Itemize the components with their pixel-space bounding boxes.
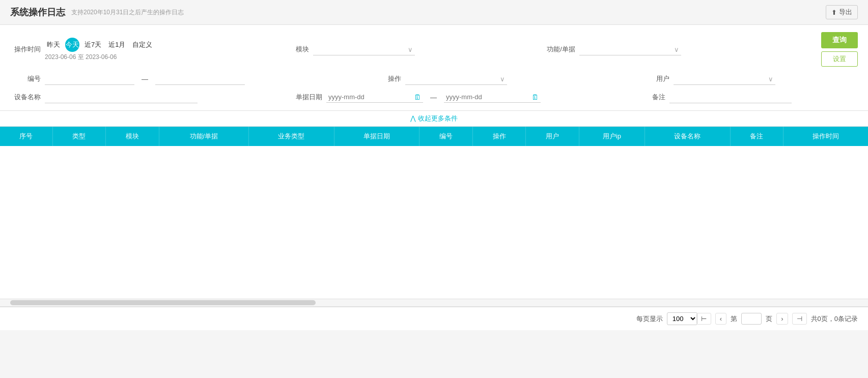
date-end-input[interactable] bbox=[446, 93, 531, 101]
func-label: 功能/单据 bbox=[545, 45, 575, 54]
next-page-button[interactable]: › bbox=[776, 313, 788, 325]
query-button[interactable]: 查询 bbox=[821, 32, 858, 48]
time-btn-yesterday[interactable]: 昨天 bbox=[45, 39, 62, 50]
module-select[interactable] bbox=[313, 43, 415, 55]
remark-filter-group: 备注 bbox=[635, 91, 792, 103]
filter-row-2: 编号 — 操作 ∨ 用户 ∨ bbox=[10, 73, 858, 85]
prev-page-button[interactable]: ‹ bbox=[715, 313, 726, 325]
export-icon: ⬆ bbox=[831, 9, 837, 16]
date-start-wrapper: 🗓 bbox=[326, 92, 423, 103]
date-separator: — bbox=[427, 94, 440, 101]
col-module: 模块 bbox=[106, 127, 159, 146]
calendar-start-icon[interactable]: 🗓 bbox=[414, 93, 421, 101]
empty-data-area bbox=[0, 146, 868, 299]
col-doc-date: 单据日期 bbox=[334, 127, 419, 146]
page-header: 系统操作日志 支持2020年10月31日之后产生的操作日志 ⬆ 导出 bbox=[0, 0, 868, 25]
user-label: 用户 bbox=[639, 74, 669, 83]
time-filter-group: 操作时间 昨天 今天 近7天 近1月 自定义 2023-06-06 至 2023… bbox=[10, 38, 154, 62]
table-container: 序号 类型 模块 功能/单据 业务类型 单据日期 编号 操作 用户 用户ip 设… bbox=[0, 127, 868, 299]
page-title: 系统操作日志 bbox=[10, 6, 65, 18]
export-button[interactable]: ⬆ 导出 bbox=[826, 5, 858, 19]
settings-button[interactable]: 设置 bbox=[821, 51, 858, 67]
scrollbar-area[interactable] bbox=[0, 299, 868, 307]
time-btn-today[interactable]: 今天 bbox=[65, 38, 79, 52]
operation-filter-group: 操作 ∨ bbox=[371, 73, 513, 85]
per-page-select[interactable]: 100 50 200 500 bbox=[667, 312, 697, 325]
col-code: 编号 bbox=[419, 127, 472, 146]
current-page-input[interactable]: 1 bbox=[741, 313, 762, 325]
operation-label: 操作 bbox=[371, 74, 401, 83]
doc-date-label: 单据日期 bbox=[292, 93, 322, 102]
user-select[interactable] bbox=[674, 73, 775, 84]
collapse-label: 收起更多条件 bbox=[418, 114, 458, 122]
col-user: 用户 bbox=[526, 127, 579, 146]
col-operation: 操作 bbox=[472, 127, 525, 146]
calendar-end-icon[interactable]: 🗓 bbox=[531, 93, 539, 101]
action-buttons: 查询 设置 bbox=[821, 32, 858, 67]
user-select-wrapper: ∨ bbox=[674, 73, 775, 85]
pagination-bar: 每页显示 100 50 200 500 ⊢ ‹ 第 1 页 › ⊣ 共0页，0条… bbox=[0, 307, 868, 330]
time-label: 操作时间 bbox=[10, 45, 41, 54]
col-remark: 备注 bbox=[730, 127, 783, 146]
device-filter-group: 设备名称 bbox=[10, 91, 198, 103]
col-user-ip: 用户ip bbox=[579, 127, 645, 146]
date-end-wrapper: 🗓 bbox=[444, 92, 541, 103]
page-prefix-label: 第 bbox=[731, 314, 737, 324]
module-filter-group: 模块 ∨ bbox=[278, 43, 421, 55]
per-page-label: 每页显示 bbox=[636, 314, 663, 324]
filter-area: 操作时间 昨天 今天 近7天 近1月 自定义 2023-06-06 至 2023… bbox=[0, 25, 868, 111]
module-label: 模块 bbox=[278, 45, 309, 54]
col-func: 功能/单据 bbox=[159, 127, 248, 146]
col-op-time: 操作时间 bbox=[783, 127, 868, 146]
last-page-button[interactable]: ⊣ bbox=[792, 313, 807, 325]
code-input-start[interactable] bbox=[45, 73, 134, 85]
time-btn-custom[interactable]: 自定义 bbox=[130, 39, 154, 50]
page-unit-label: 页 bbox=[766, 314, 772, 324]
total-records-label: 共0页，0条记录 bbox=[811, 314, 858, 324]
code-separator: — bbox=[138, 75, 151, 83]
col-device: 设备名称 bbox=[645, 127, 730, 146]
func-filter-group: 功能/单据 ∨ bbox=[545, 43, 697, 55]
doc-date-filter-group: 单据日期 🗓 — 🗓 bbox=[292, 92, 541, 103]
time-buttons: 昨天 今天 近7天 近1月 自定义 2023-06-06 至 2023-06-0… bbox=[45, 38, 154, 62]
operation-select-wrapper: ∨ bbox=[405, 73, 507, 85]
code-input-end[interactable] bbox=[155, 73, 245, 85]
remark-input[interactable] bbox=[669, 91, 792, 103]
func-select[interactable] bbox=[579, 43, 681, 55]
filter-row-3: 设备名称 单据日期 🗓 — 🗓 备注 bbox=[10, 91, 858, 103]
filter-row-1: 操作时间 昨天 今天 近7天 近1月 自定义 2023-06-06 至 2023… bbox=[10, 32, 858, 67]
first-page-button[interactable]: ⊢ bbox=[696, 313, 711, 325]
func-select-wrapper: ∨ bbox=[579, 43, 681, 55]
horizontal-scrollbar[interactable] bbox=[10, 300, 316, 305]
data-table: 序号 类型 模块 功能/单据 业务类型 单据日期 编号 操作 用户 用户ip 设… bbox=[0, 127, 868, 146]
time-btn-1month[interactable]: 近1月 bbox=[106, 39, 127, 50]
time-range-display: 2023-06-06 至 2023-06-06 bbox=[45, 53, 154, 62]
module-select-wrapper: ∨ bbox=[313, 43, 415, 55]
code-label: 编号 bbox=[10, 74, 41, 83]
table-header-row: 序号 类型 模块 功能/单据 业务类型 单据日期 编号 操作 用户 用户ip 设… bbox=[0, 127, 868, 146]
page-subtitle: 支持2020年10月31日之后产生的操作日志 bbox=[71, 8, 184, 17]
code-filter-group: 编号 — bbox=[10, 73, 245, 85]
collapse-bar[interactable]: ⋀ 收起更多条件 bbox=[0, 111, 868, 127]
col-type: 类型 bbox=[52, 127, 105, 146]
device-label: 设备名称 bbox=[10, 93, 41, 102]
time-btn-7days[interactable]: 近7天 bbox=[82, 39, 103, 50]
date-start-input[interactable] bbox=[328, 93, 414, 101]
remark-label: 备注 bbox=[635, 93, 665, 102]
device-input[interactable] bbox=[45, 91, 198, 103]
collapse-icon: ⋀ bbox=[410, 114, 416, 122]
operation-select[interactable] bbox=[405, 73, 507, 84]
col-biz-type: 业务类型 bbox=[249, 127, 334, 146]
user-filter-group: 用户 ∨ bbox=[639, 73, 792, 85]
col-seq: 序号 bbox=[0, 127, 52, 146]
